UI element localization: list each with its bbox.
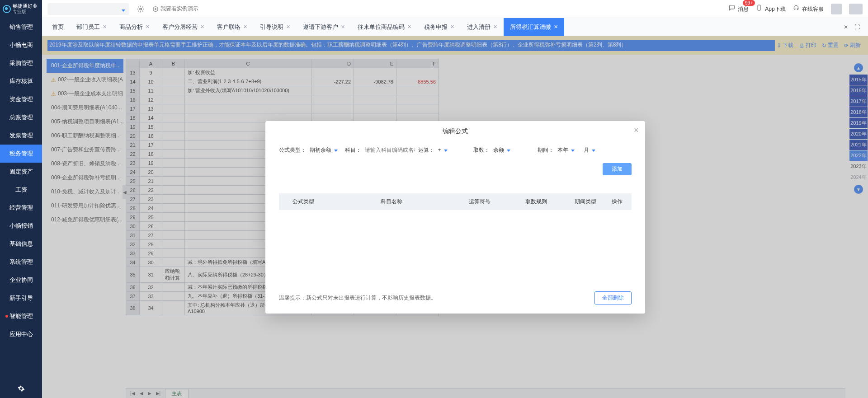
chevron-down-icon xyxy=(122,7,125,13)
app-download-button[interactable]: App下载 xyxy=(756,5,786,13)
message-button[interactable]: 消息 99+ xyxy=(729,5,749,13)
tab-0[interactable]: 首页 xyxy=(46,18,70,36)
label-type: 公式类型： xyxy=(279,146,306,154)
nav-item-9[interactable]: 工资 xyxy=(0,181,42,199)
nav-item-0[interactable]: 销售管理 xyxy=(0,18,42,36)
avatar[interactable] xyxy=(831,4,842,14)
tab-5[interactable]: 引导说明✕ xyxy=(254,18,297,36)
tab-close-icon[interactable]: ✕ xyxy=(146,24,150,30)
tab-4[interactable]: 客户联络✕ xyxy=(211,18,254,36)
add-button[interactable]: 添加 xyxy=(603,163,632,175)
nav-item-3[interactable]: 库存核算 xyxy=(0,72,42,90)
topbar: 我要看实例演示 消息 99+ App下载 在线客服 xyxy=(42,0,868,18)
modal-th: 公式类型 xyxy=(279,193,328,210)
nav-item-12[interactable]: 基础信息 xyxy=(0,235,42,253)
nav-item-11[interactable]: 小畅报销 xyxy=(0,217,42,235)
settings-button[interactable] xyxy=(0,380,42,398)
tab-close-icon[interactable]: ✕ xyxy=(407,24,411,30)
nav-item-14[interactable]: 企业协同 xyxy=(0,271,42,289)
close-icon[interactable]: × xyxy=(634,126,639,135)
tab-close-icon[interactable]: ✕ xyxy=(243,24,247,30)
nav-item-16[interactable]: 智能管理 xyxy=(0,307,42,325)
close-all-tabs[interactable]: ✕ xyxy=(844,24,848,30)
nav-item-8[interactable]: 固定资产 xyxy=(0,163,42,181)
modal-th: 操作 xyxy=(603,193,631,210)
select-month[interactable]: 月 xyxy=(584,146,602,154)
chevron-down-icon xyxy=(507,148,510,153)
tab-close-icon[interactable]: ✕ xyxy=(286,24,290,30)
select-type[interactable]: 期初余额 xyxy=(310,146,341,154)
select-op[interactable]: + xyxy=(438,147,470,153)
settings-icon[interactable] xyxy=(137,5,144,13)
expand-tabs[interactable]: ⛶ xyxy=(854,24,860,30)
chat-icon xyxy=(152,6,159,12)
tab-close-icon[interactable]: ✕ xyxy=(103,24,107,30)
demo-link[interactable]: 我要看实例演示 xyxy=(152,5,198,13)
svg-point-0 xyxy=(140,8,142,10)
tab-2[interactable]: 商品分析✕ xyxy=(113,18,156,36)
nav-item-15[interactable]: 新手引导 xyxy=(0,289,42,307)
nav-item-5[interactable]: 总账管理 xyxy=(0,108,42,126)
nav-item-2[interactable]: 采购管理 xyxy=(0,54,42,72)
tab-8[interactable]: 税务申报✕ xyxy=(418,18,461,36)
nav-item-1[interactable]: 小畅电商 xyxy=(0,36,42,54)
nav-item-6[interactable]: 发票管理 xyxy=(0,126,42,145)
message-badge: 99+ xyxy=(743,0,755,6)
nav-item-7[interactable]: 税务管理 xyxy=(0,145,42,163)
service-button[interactable]: 在线客服 xyxy=(793,5,824,13)
nav-item-10[interactable]: 经营管理 xyxy=(0,199,42,217)
modal-title: 编辑公式 xyxy=(443,127,468,135)
nav-item-13[interactable]: 系统管理 xyxy=(0,253,42,271)
tab-1[interactable]: 部门员工✕ xyxy=(70,18,113,36)
logo-edition: 专业版 xyxy=(13,9,38,15)
chevron-down-icon xyxy=(444,148,448,153)
tab-6[interactable]: 邀请下游客户✕ xyxy=(297,18,351,36)
tab-3[interactable]: 客户分层经营✕ xyxy=(156,18,211,36)
edit-formula-modal: 编辑公式 × 公式类型： 期初余额 科目： 运算： + 取数： 余额 期间： 本 xyxy=(265,121,645,314)
tab-7[interactable]: 往来单位商品编码✕ xyxy=(351,18,418,36)
sidebar: 畅捷通好业 专业版 销售管理小畅电商采购管理库存核算资金管理总账管理发票管理税务… xyxy=(0,0,42,398)
tab-close-icon[interactable]: ✕ xyxy=(341,24,345,30)
logo[interactable]: 畅捷通好业 专业版 xyxy=(0,0,42,18)
nav-item-4[interactable]: 资金管理 xyxy=(0,90,42,108)
label-subject: 科目： xyxy=(345,146,361,154)
modal-tip: 温馨提示：新公式只对未出报表进行计算，不影响历史报表数据。 xyxy=(279,294,436,302)
logo-name: 畅捷通好业 xyxy=(13,3,38,9)
tab-close-icon[interactable]: ✕ xyxy=(200,24,204,30)
headset-icon xyxy=(793,5,799,11)
label-op: 运算： xyxy=(418,146,434,154)
label-period: 期间： xyxy=(538,146,554,154)
clear-all-button[interactable]: 全部删除 xyxy=(594,291,632,304)
tab-close-icon[interactable]: ✕ xyxy=(554,24,558,30)
phone-icon xyxy=(756,5,762,11)
nav-item-17[interactable]: 应用中心 xyxy=(0,325,42,343)
chevron-down-icon xyxy=(571,148,575,153)
modal-th: 期间类型 xyxy=(568,193,603,210)
modal-th: 取数规则 xyxy=(505,193,568,210)
modal-th: 科目名称 xyxy=(328,193,455,210)
tab-10[interactable]: 所得税汇算清缴✕ xyxy=(504,18,564,36)
message-icon xyxy=(729,5,735,11)
tab-close-icon[interactable]: ✕ xyxy=(450,24,454,30)
avatar-secondary[interactable] xyxy=(849,4,863,14)
logo-icon xyxy=(3,5,11,13)
select-year[interactable]: 本年 xyxy=(557,146,580,154)
subject-input[interactable] xyxy=(365,147,415,154)
company-dropdown[interactable] xyxy=(47,3,129,15)
label-count: 取数： xyxy=(473,146,490,154)
formula-table: 公式类型科目名称运算符号取数规则期间类型操作 xyxy=(279,193,632,210)
tab-9[interactable]: 进入清册✕ xyxy=(461,18,504,36)
modal-th: 运算符号 xyxy=(455,193,505,210)
select-count[interactable]: 余额 xyxy=(493,146,534,154)
svg-rect-1 xyxy=(758,5,760,10)
tab-close-icon[interactable]: ✕ xyxy=(493,24,497,30)
chevron-down-icon xyxy=(592,148,595,153)
chevron-down-icon xyxy=(334,148,338,153)
tab-bar: 首页部门员工✕商品分析✕客户分层经营✕客户联络✕引导说明✕邀请下游客户✕往来单位… xyxy=(42,18,868,36)
gear-icon xyxy=(18,385,25,392)
